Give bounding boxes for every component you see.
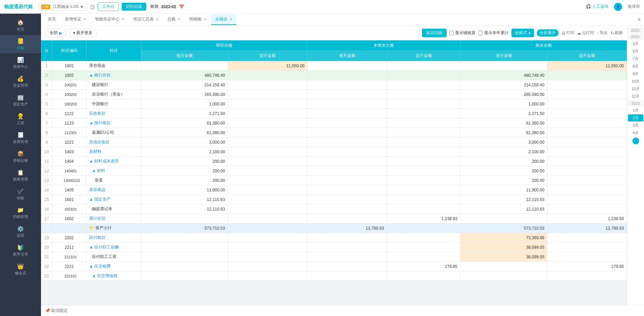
account-link[interactable]: ▲ 材料成本差异 [89,159,119,163]
month-12[interactable]: 12月 [628,93,643,100]
row-name[interactable]: ▲ 固定资产 [86,195,141,204]
tab-smart-center[interactable]: 智能凭证中心 ✕ [91,14,128,25]
tab-detail[interactable]: 明细账 ✕ [185,14,210,25]
cloud-print-button[interactable]: ☁ 云打印 [577,30,594,36]
sidebar-item-purchase[interactable]: 📦 进销台账 [0,148,41,166]
cell-close_credit [547,71,627,80]
sidebar-item-home[interactable]: 🏠 首页 [0,16,41,34]
close-all-tabs-icon[interactable]: ✕ [637,16,641,23]
settings-col-header[interactable]: ⚙ [41,41,52,61]
sidebar-item-capital[interactable]: 💰 资金管理 [0,73,41,91]
month-9[interactable]: 9月 [628,70,643,77]
tab-voucher-summary-close[interactable]: ✕ [156,17,159,21]
return-old-version-button[interactable]: 返回旧版 [422,29,447,37]
show-aux-checkbox-group[interactable]: 显示辅核算 [449,30,476,36]
show-ytd-checkbox[interactable] [478,31,483,35]
sidebar-item-ledger[interactable]: 📒 总账 [0,35,41,53]
month-5[interactable]: 5月 [628,40,643,47]
sidebar-item-archive[interactable]: 📁 归档管理 [0,204,41,222]
month-8[interactable]: 8月 [628,63,643,70]
tab-smart-center-close[interactable]: ✕ [122,17,124,21]
all-filter-button[interactable]: 全部 ▶ [45,29,67,37]
company-selector[interactable]: 勿删 江西融金-LSS ▼ [38,3,87,11]
show-aux-checkbox[interactable] [449,31,454,35]
account-link[interactable]: 应收账款 [89,111,106,116]
sidebar-item-settings[interactable]: ⚙️ 设置 [0,223,41,241]
sidebar-item-assets[interactable]: 🏢 固定资产 [0,91,41,110]
tab-smart-center-label: 智能凭证中心 [95,16,120,22]
month-2[interactable]: 2月 [628,114,643,121]
expand-all-toggle[interactable]: 全部展开 [537,29,559,37]
consult-button[interactable]: 🎧 人工咨询 [586,4,608,10]
copy-icon[interactable]: 📋 [90,4,95,9]
year-label-2: 2023. [628,34,643,40]
calendar-icon[interactable]: 📅 [179,4,184,9]
tab-home[interactable]: 首页 [44,14,60,25]
row-name[interactable]: ▲ 材料 [86,166,141,176]
account-link[interactable]: ▲ 银行存款 [89,73,111,77]
tab-new-voucher-close[interactable]: ✕ [83,17,86,21]
show-ytd-checkbox-group[interactable]: 显示本年累计 [478,30,509,36]
month-11[interactable]: 11月 [628,85,643,92]
account-link[interactable]: 原材料 [89,149,101,154]
row-name[interactable]: ▲ 应交税费 [86,262,141,271]
sidebar-item-member[interactable]: 👑 畅会员 [0,260,41,278]
month-1[interactable]: 1月 [628,107,643,114]
month-6[interactable]: 6月 [628,48,643,55]
account-link[interactable]: ▲ 应交增值税 [92,273,118,278]
row-name[interactable]: ▲ 应付职工薪酬 [86,243,141,252]
table-row: 192202应付账款73,369.88 [41,233,627,243]
cell-opening_credit [228,271,307,281]
month-7[interactable]: 7月 [628,55,643,62]
cell-close_credit [547,166,627,176]
sidebar-item-guide[interactable]: 🔰 新手引导 [0,242,41,260]
user-name[interactable]: 徐泽华 [628,4,640,10]
sidebar-item-invoice[interactable]: 🧾 发票管理 [0,129,41,147]
expand-more-button[interactable]: ▾ 展开更多 [69,29,96,37]
row-name[interactable]: ▲ 材料成本差异 [86,157,141,166]
print-button[interactable]: 🖨 打印 [561,30,574,36]
row-name[interactable]: ▲ 预付账款 [86,118,141,128]
account-link[interactable]: ▲ 应付职工薪酬 [89,245,119,249]
month-4[interactable]: 4月 [628,129,643,137]
tab-balance-close[interactable]: ✕ [230,17,232,21]
tab-ledger-main[interactable]: 总账 ✕ [163,14,184,25]
account-link[interactable]: 库存商品 [89,187,106,192]
row-name[interactable]: 累计折旧 [86,214,141,224]
sidebar-item-reports[interactable]: 📊 报表中心 [0,54,41,72]
account-link[interactable]: 其他应收款 [89,140,110,144]
tab-balance-label: 余额表 [215,16,228,22]
workbench-button[interactable]: 工作台 [98,2,119,11]
row-name[interactable]: ▲ 应交增值税 [86,271,141,281]
row-name[interactable]: 其他应收款 [86,138,141,147]
unpin-button[interactable]: 📌 取消固定 [45,308,68,314]
account-link[interactable]: ▲ 固定资产 [89,197,111,202]
account-link[interactable]: ▲ 预付账款 [89,120,111,125]
tab-new-voucher[interactable]: 新增凭证 ✕ [61,14,90,25]
month-10[interactable]: 10月 [628,78,643,85]
export-button[interactable]: ↑ 导出 [597,30,608,36]
row-name[interactable]: 原材料 [86,147,141,157]
account-link[interactable]: ▲ 材料 [92,168,105,173]
table-row: 12140401▲ 材料200.00200.00 [41,166,627,176]
account-link[interactable]: 应付账款 [89,235,106,240]
row-name[interactable]: 库存商品 [86,185,141,195]
full-mode-button[interactable]: 全账式 ▾ [511,29,534,37]
switch-version-button[interactable]: 切到旧版 [122,3,146,11]
tab-detail-close[interactable]: ✕ [204,17,206,21]
tab-voucher-summary[interactable]: 凭证汇总表 ✕ [129,14,163,25]
circle-indicator[interactable] [632,138,639,144]
tab-balance[interactable]: 余额表 ✕ [211,14,236,25]
row-name[interactable]: 应付账款 [86,233,141,243]
row-name[interactable]: ▲ 银行存款 [86,71,141,80]
account-link[interactable]: 累计折旧 [89,216,106,221]
sidebar-item-settle[interactable]: ✔️ 结账 [0,185,41,203]
table-row: 141405库存商品11,900.0011,900.00 [41,185,627,195]
tab-ledger-main-close[interactable]: ✕ [178,17,180,21]
sidebar-item-salary[interactable]: 👷 工资 [0,110,41,128]
sidebar-item-tax[interactable]: 📋 税务管理 [0,167,41,185]
month-3[interactable]: 3月 [628,122,643,129]
account-link[interactable]: ▲ 应交税费 [89,264,111,269]
refresh-button[interactable]: ↻ 刷新 [611,30,623,36]
row-name[interactable]: 应收账款 [86,109,141,118]
